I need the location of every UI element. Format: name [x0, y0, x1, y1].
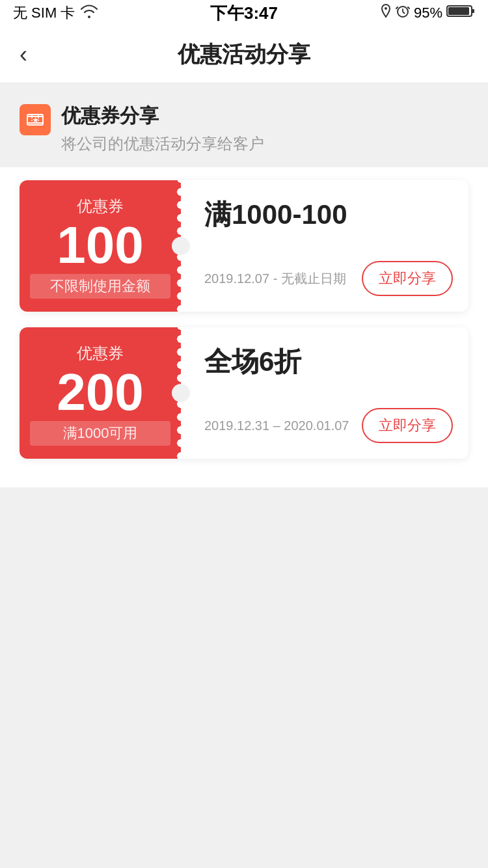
section-header: ★ 优惠券分享 将公司的优惠活动分享给客户	[0, 83, 488, 167]
coupon-date-0: 2019.12.07 - 无截止日期	[204, 270, 346, 288]
section-icon: ★	[20, 104, 51, 135]
battery-icon	[446, 4, 475, 22]
coupon-right-1: 全场6折 2019.12.31 – 2020.01.07 立即分享	[181, 327, 468, 459]
battery-percentage: 95%	[414, 5, 442, 21]
coupon-condition-0: 不限制使用金额	[30, 274, 170, 299]
coupon-card-1: 优惠券 200 满1000可用 全场6折 2019.12.31 – 2020.0…	[20, 327, 468, 459]
coupon-left-0: 优惠券 100 不限制使用金额	[20, 180, 181, 312]
coupon-name-1: 全场6折	[204, 346, 453, 378]
status-left: 无 SIM 卡	[13, 3, 98, 23]
svg-rect-3	[448, 7, 469, 15]
section-subtitle: 将公司的优惠活动分享给客户	[61, 133, 264, 154]
alarm-icon	[396, 4, 410, 22]
coupon-card-0: 优惠券 100 不限制使用金额 满1000-100 2019.12.07 - 无…	[20, 180, 468, 312]
coupon-condition-1: 满1000可用	[30, 421, 170, 446]
status-time: 下午3:47	[210, 2, 278, 25]
wifi-icon	[80, 4, 98, 22]
nav-bar: ‹ 优惠活动分享	[0, 26, 488, 83]
coupon-left-1: 优惠券 200 满1000可用	[20, 327, 181, 459]
coupon-bottom-0: 2019.12.07 - 无截止日期 立即分享	[204, 261, 453, 296]
cards-area: 优惠券 100 不限制使用金额 满1000-100 2019.12.07 - 无…	[0, 167, 488, 487]
share-button-0[interactable]: 立即分享	[362, 261, 453, 296]
coupon-name-0: 满1000-100	[204, 198, 453, 231]
status-right: 95%	[380, 4, 475, 22]
svg-rect-4	[472, 9, 474, 13]
back-button[interactable]: ‹	[20, 41, 27, 68]
section-title: 优惠券分享	[61, 103, 264, 129]
share-button-1[interactable]: 立即分享	[362, 408, 453, 443]
bottom-area	[0, 487, 488, 813]
coupon-amount-0: 100	[57, 219, 143, 271]
location-icon	[380, 4, 392, 22]
coupon-right-0: 满1000-100 2019.12.07 - 无截止日期 立即分享	[181, 180, 468, 312]
svg-text:★: ★	[33, 116, 39, 124]
coupon-label-0: 优惠券	[77, 196, 124, 217]
coupon-date-1: 2019.12.31 – 2020.01.07	[204, 418, 349, 433]
status-bar: 无 SIM 卡 下午3:47 95%	[0, 0, 488, 26]
coupon-bottom-1: 2019.12.31 – 2020.01.07 立即分享	[204, 408, 453, 443]
svg-point-0	[385, 7, 387, 10]
carrier-text: 无 SIM 卡	[13, 3, 75, 23]
coupon-label-1: 优惠券	[77, 343, 124, 364]
section-text: 优惠券分享 将公司的优惠活动分享给客户	[61, 103, 264, 154]
coupon-amount-1: 200	[57, 366, 143, 418]
page-title: 优惠活动分享	[178, 40, 310, 70]
